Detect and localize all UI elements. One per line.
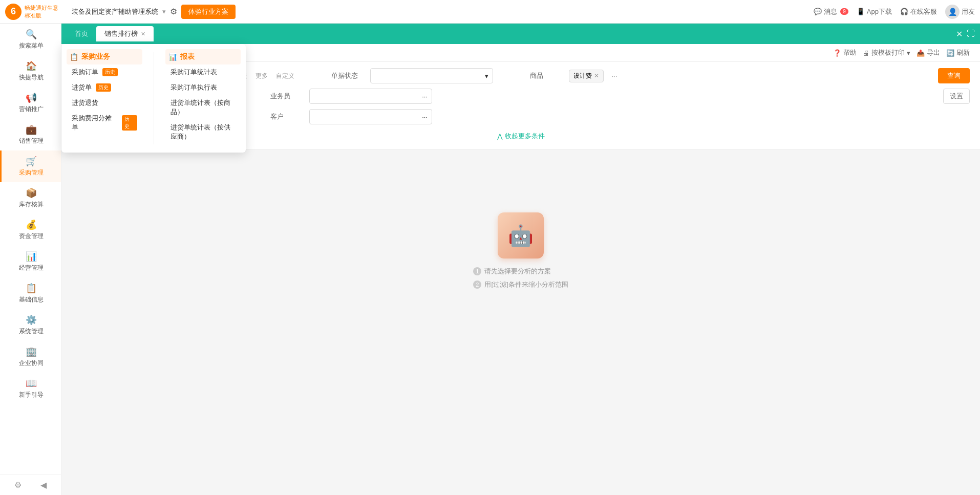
tabbar-close-icon[interactable]: ✕	[956, 29, 963, 39]
sidebar-collapse-btn[interactable]: ◀	[40, 480, 47, 490]
settings-icon[interactable]: ⚙	[170, 7, 177, 16]
help-btn[interactable]: ❓ 帮助	[833, 48, 857, 57]
tab-close-icon[interactable]: ✕	[141, 31, 145, 37]
sidebar-item-inventory[interactable]: 📦 库存核算	[0, 182, 61, 214]
enterprise-icon: 🏢	[26, 346, 37, 357]
sales-icon: 💼	[26, 124, 37, 135]
menu-item-order-exec[interactable]: 采购订单执行表	[168, 80, 238, 95]
export-icon: 📤	[917, 49, 925, 57]
step2-text: 用[过滤]条件来缩小分析范围	[484, 278, 568, 291]
report-col-title: 📊 报表	[165, 49, 241, 64]
step2-num: 2	[473, 281, 481, 289]
phone-icon: 📱	[857, 8, 865, 15]
online-service-btn[interactable]: 🎧 在线客服	[900, 7, 937, 16]
message-badge: 9	[840, 8, 848, 15]
sidebar-label-inventory: 库存核算	[19, 200, 44, 209]
tab-sales-rank[interactable]: 销售排行榜 ✕	[96, 26, 154, 41]
purchase-icon: 🛒	[26, 156, 37, 167]
tab-sales-rank-label: 销售排行榜	[104, 29, 138, 38]
sidebar-label-operation: 经营管理	[19, 264, 44, 272]
settings-btn[interactable]: 设置	[943, 89, 970, 104]
sidebar-item-basic[interactable]: 📋 基础信息	[0, 277, 61, 309]
app-download-btn[interactable]: 📱 App下载	[857, 7, 892, 16]
cost-label: 采购费用分摊单	[72, 114, 118, 132]
customer-select[interactable]: ···	[309, 109, 432, 124]
doc-status-select[interactable]: ▾	[370, 68, 493, 83]
help-icon: ❓	[833, 49, 841, 57]
export-btn[interactable]: 📤 导出	[917, 48, 940, 57]
salesman-label: 业务员	[270, 92, 301, 101]
basic-icon: 📋	[26, 283, 37, 294]
marketing-icon: 📢	[26, 92, 37, 103]
user-btn[interactable]: 👤 用友	[945, 5, 975, 19]
guide-icon: 📖	[26, 378, 37, 389]
avatar: 👤	[945, 5, 960, 19]
sidebar-item-system[interactable]: ⚙️ 系统管理	[0, 309, 61, 341]
sidebar-label-marketing: 营销推广	[19, 105, 44, 114]
history-badge-3: 历史	[122, 115, 137, 131]
sidebar-item-nav[interactable]: 🏠 快捷导航	[0, 55, 61, 87]
system-icon: ⚙️	[26, 314, 37, 326]
message-btn[interactable]: 💬 消息 9	[814, 7, 848, 16]
chevron-down-icon: ▾	[485, 72, 488, 80]
search-icon: 🔍	[26, 29, 37, 40]
menu-item-return[interactable]: 进货退货	[70, 95, 139, 111]
sidebar-item-marketing[interactable]: 📢 营销推广	[0, 87, 61, 119]
menu-item-incoming-stats-goods[interactable]: 进货单统计表（按商品）	[168, 95, 238, 120]
system-dropdown-icon[interactable]: ▾	[162, 8, 166, 15]
capital-icon: 💰	[26, 219, 37, 230]
topbar: 6 畅捷通好生意 标准版 装备及固定资产辅助管理系统 ▾ ⚙ 体验行业方案 💬 …	[0, 0, 980, 24]
inventory-icon: 📦	[26, 187, 37, 199]
biz-col-title: 📋 采购业务	[67, 49, 142, 64]
menu-item-incoming[interactable]: 进货单 历史	[70, 80, 139, 95]
salesman-select[interactable]: ···	[309, 89, 432, 104]
sidebar-bottom: ⚙ ◀	[0, 475, 61, 495]
order-stats-label: 采购订单统计表	[171, 68, 217, 77]
step1-num: 1	[473, 267, 481, 275]
sidebar-item-sales[interactable]: 💼 销售管理	[0, 119, 61, 150]
doc-status-label: 单据状态	[331, 71, 362, 80]
topbar-system: 装备及固定资产辅助管理系统 ▾ ⚙ 体验行业方案	[67, 5, 814, 19]
goods-tag: 设计费 ✕	[569, 70, 604, 82]
empty-state: 🤖 1 请先选择要分析的方案 2 用[过滤]条件来缩小分析范围	[61, 149, 980, 354]
menu-item-purchase-order[interactable]: 采购订单 历史	[70, 64, 139, 80]
incoming-label: 进货单	[72, 83, 92, 92]
topbar-right: 💬 消息 9 📱 App下载 🎧 在线客服 👤 用友	[814, 5, 975, 19]
sidebar-item-capital[interactable]: 💰 资金管理	[0, 214, 61, 246]
logo-text: 畅捷通好生意 标准版	[25, 4, 58, 19]
tab-home-label: 首页	[75, 29, 88, 38]
goods-tag-value: 设计费	[573, 72, 592, 80]
menu-item-cost[interactable]: 采购费用分摊单 历史	[70, 111, 139, 135]
print-dropdown-icon[interactable]: ▾	[907, 49, 910, 57]
sidebar-item-operation[interactable]: 📊 经营管理	[0, 246, 61, 277]
refresh-btn[interactable]: 🔄 刷新	[946, 48, 970, 57]
tabbar-expand-icon[interactable]: ⛶	[967, 29, 975, 38]
incoming-stats-goods-label: 进货单统计表（按商品）	[171, 98, 236, 117]
sidebar-item-enterprise[interactable]: 🏢 企业协同	[0, 341, 61, 373]
tab-home[interactable]: 首页	[67, 26, 96, 41]
sidebar-item-search[interactable]: 🔍 搜索菜单	[0, 24, 61, 55]
shortcut-more[interactable]: 更多	[255, 72, 268, 80]
goods-dots[interactable]: ···	[612, 72, 617, 80]
shortcut-custom[interactable]: 自定义	[276, 72, 294, 80]
customer-dots[interactable]: ···	[422, 113, 428, 121]
salesman-dots[interactable]: ···	[422, 93, 428, 100]
empty-text: 1 请先选择要分析的方案 2 用[过滤]条件来缩小分析范围	[473, 265, 568, 291]
sidebar-item-guide[interactable]: 📖 新手引导	[0, 373, 61, 404]
biz-icon: 📋	[70, 53, 78, 61]
step1-text: 请先选择要分析的方案	[484, 265, 551, 278]
menu-item-incoming-stats-supplier[interactable]: 进货单统计表（按供应商）	[168, 120, 238, 144]
incoming-stats-supplier-label: 进货单统计表（按供应商）	[171, 123, 236, 141]
history-badge-1: 历史	[102, 68, 118, 76]
sidebar: 🔍 搜索菜单 🏠 快捷导航 📢 营销推广 💼 销售管理 🛒 采购管理 📦 库存核…	[0, 24, 61, 495]
goods-tag-close[interactable]: ✕	[594, 72, 599, 79]
sidebar-item-purchase[interactable]: 🛒 采购管理	[0, 150, 61, 182]
sidebar-label-sales: 销售管理	[19, 137, 44, 145]
sidebar-label-capital: 资金管理	[19, 232, 44, 241]
menu-item-order-stats[interactable]: 采购订单统计表	[168, 64, 238, 80]
purchase-report-col: 📊 报表 采购订单统计表 采购订单执行表 进货单统计表（按商品） 进货单统计表（…	[168, 52, 238, 144]
industry-btn[interactable]: 体验行业方案	[181, 5, 236, 19]
sidebar-settings-btn[interactable]: ⚙	[14, 480, 22, 490]
print-btn[interactable]: 🖨 按模板打印 ▾	[863, 48, 910, 57]
query-btn[interactable]: 查询	[938, 68, 970, 83]
